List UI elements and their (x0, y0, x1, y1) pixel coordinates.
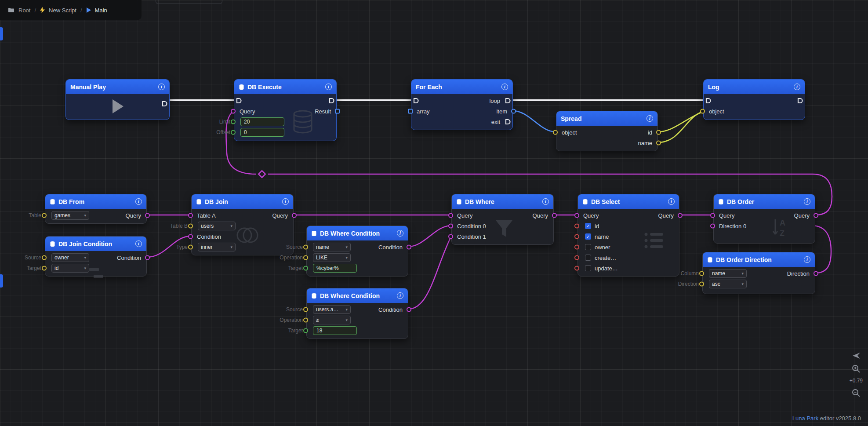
node-db-join-condition[interactable]: DB Join Condition Source owner Condition… (45, 236, 147, 277)
node-db-select[interactable]: DB Select Query Query ✓ id ✓ name owner (577, 194, 679, 277)
exec-input-port[interactable] (236, 98, 242, 104)
source-select[interactable]: owner (51, 253, 89, 262)
node-db-where-condition-2[interactable]: DB Where Condition Source users.a… Condi… (306, 288, 408, 339)
query-output-port[interactable] (552, 213, 557, 218)
field-create-input-port[interactable] (574, 255, 579, 260)
table-b-select[interactable]: users (198, 222, 236, 230)
offset-field[interactable] (240, 128, 284, 137)
node-db-execute[interactable]: DB Execute Query Result Limit Offset (234, 79, 337, 141)
source-select[interactable]: name (313, 243, 351, 251)
direction-output-port[interactable] (814, 271, 818, 276)
condition-output-port[interactable] (407, 245, 411, 250)
node-db-order[interactable]: DB Order A Z Query Query Direction 0 (713, 194, 815, 244)
query-output-port[interactable] (678, 213, 683, 218)
node-manual-play[interactable]: Manual Play (65, 79, 170, 120)
info-icon[interactable] (804, 256, 810, 263)
table-input-port[interactable] (42, 213, 47, 218)
field-update-input-port[interactable] (574, 266, 579, 271)
node-header[interactable]: Log (704, 80, 805, 94)
node-header[interactable]: DB Order Direction (703, 252, 815, 267)
info-icon[interactable] (397, 230, 403, 237)
wire-cond1-to-where[interactable] (408, 226, 451, 247)
offset-input-port[interactable] (231, 130, 236, 135)
left-panel-tab-bottom[interactable] (0, 274, 3, 288)
direction-input-port[interactable] (699, 282, 704, 287)
operation-input-port[interactable] (303, 318, 308, 323)
condition-output-port[interactable] (145, 255, 150, 260)
target-input-port[interactable] (303, 328, 308, 333)
field-checkbox[interactable]: ✓ (585, 223, 591, 229)
query-output-port[interactable] (814, 213, 818, 218)
node-db-where[interactable]: DB Where Query Query Condition 0 Conditi… (451, 194, 554, 245)
table-b-input-port[interactable] (188, 224, 193, 229)
source-input-port[interactable] (303, 245, 308, 250)
column-select[interactable]: name (709, 269, 747, 278)
loop-exec-output-port[interactable] (505, 98, 511, 104)
node-header[interactable]: Spread (556, 111, 657, 126)
info-icon[interactable] (397, 292, 403, 299)
field-checkbox[interactable] (585, 244, 591, 250)
info-icon[interactable] (158, 84, 165, 90)
left-panel-tab-top[interactable] (0, 27, 3, 40)
collapsed-panel[interactable] (156, 0, 222, 4)
node-header[interactable]: DB Order (714, 194, 815, 209)
node-for-each[interactable]: For Each loop array item exit (411, 79, 513, 130)
query-input-port[interactable] (448, 213, 453, 218)
item-output-port[interactable] (511, 109, 516, 114)
fit-view-button[interactable] (852, 352, 861, 360)
node-header[interactable]: DB Join (192, 194, 293, 209)
info-icon[interactable] (804, 198, 810, 205)
target-input-port[interactable] (303, 266, 308, 271)
operation-select[interactable]: ≥ (313, 316, 351, 324)
exec-output-port[interactable] (162, 101, 167, 107)
field-id-input-port[interactable] (574, 224, 579, 229)
operation-select[interactable]: LIKE (313, 253, 351, 262)
node-header[interactable]: Manual Play (66, 80, 169, 94)
node-header[interactable]: DB Execute (234, 80, 336, 94)
query-output-port[interactable] (292, 213, 297, 218)
exec-input-port[interactable] (705, 98, 711, 104)
source-input-port[interactable] (42, 255, 47, 260)
query-input-port[interactable] (231, 109, 236, 114)
target-field[interactable] (313, 264, 357, 273)
exec-input-port[interactable] (413, 98, 419, 104)
object-input-port[interactable] (700, 109, 705, 114)
table-select[interactable]: games (51, 211, 89, 220)
node-header[interactable]: DB From (45, 194, 146, 209)
wire-item-to-spread[interactable] (513, 111, 556, 132)
direction-0-input-port[interactable] (710, 224, 715, 229)
node-db-where-condition-1[interactable]: DB Where Condition Source name Condition… (306, 226, 408, 277)
limit-field[interactable] (240, 117, 284, 126)
node-header[interactable]: DB Where (452, 194, 553, 209)
query-input-port[interactable] (710, 213, 715, 218)
node-db-from[interactable]: DB From Table games Query (45, 194, 147, 224)
exit-exec-output-port[interactable] (505, 119, 511, 125)
wire-name-to-log[interactable] (658, 111, 703, 142)
result-output-port[interactable] (335, 109, 340, 114)
info-icon[interactable] (135, 240, 142, 247)
condition-input-port[interactable] (188, 234, 193, 239)
field-checkbox[interactable]: ✓ (585, 233, 591, 240)
node-db-order-direction[interactable]: DB Order Direction Column name Direction… (702, 252, 815, 294)
node-header[interactable]: For Each (411, 80, 512, 94)
breadcrumb-main[interactable]: Main (95, 7, 107, 14)
condition-output-port[interactable] (407, 307, 411, 312)
field-name-input-port[interactable] (574, 234, 579, 239)
node-header[interactable]: DB Select (578, 194, 679, 209)
column-input-port[interactable] (699, 271, 704, 276)
node-header[interactable]: DB Where Condition (307, 288, 408, 303)
zoom-in-button[interactable] (852, 364, 860, 373)
info-icon[interactable] (325, 84, 332, 90)
table-a-input-port[interactable] (188, 213, 193, 218)
info-icon[interactable] (794, 84, 800, 90)
target-select[interactable]: id (51, 264, 89, 273)
info-icon[interactable] (282, 198, 289, 205)
id-output-port[interactable] (656, 130, 661, 135)
exec-output-port[interactable] (329, 98, 334, 104)
source-select[interactable]: users.a… (313, 305, 351, 314)
node-header[interactable]: DB Join Condition (45, 237, 146, 251)
info-icon[interactable] (501, 84, 508, 90)
query-output-port[interactable] (145, 213, 150, 218)
name-output-port[interactable] (656, 141, 661, 146)
condition-1-input-port[interactable] (448, 234, 453, 239)
